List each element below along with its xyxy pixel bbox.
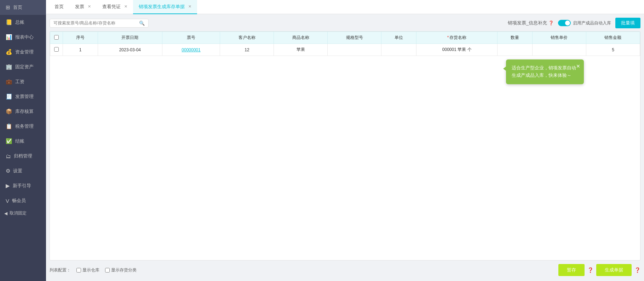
- th-customer: 客户名称: [220, 32, 274, 44]
- row-customer: 12: [220, 44, 274, 56]
- tab-home-label: 首页: [54, 4, 64, 10]
- th-amount: 销售金额: [586, 32, 640, 44]
- th-spec: 规格型号: [328, 32, 381, 44]
- ticket-no-link[interactable]: 00000001: [182, 47, 200, 52]
- settlement-icon: ✅: [6, 138, 12, 144]
- bottom-bar-right: 暂存 ❓ 生成单据 ❓: [558, 264, 640, 276]
- tab-home[interactable]: 首页: [49, 0, 69, 14]
- fixed-assets-icon: 🏢: [6, 64, 12, 70]
- sidebar-item-settlement[interactable]: ✅ 结账: [0, 134, 46, 149]
- invoice-mgmt-icon: 🧾: [6, 93, 12, 100]
- tab-voucher-label: 查看凭证: [102, 4, 121, 10]
- toggle-label: 启用产成品自动入库: [573, 20, 611, 26]
- settings-icon: ⚙: [6, 168, 10, 174]
- archive-icon: 🗂: [6, 153, 11, 159]
- th-ticket-no: 票号: [162, 32, 220, 44]
- tab-bar: 首页 发票 ✕ 查看凭证 ✕ 销项发票生成库存单据 ✕: [46, 0, 644, 14]
- sidebar: ⊞ 首页 📒 总账 📊 报表中心 💰 资金管理 🏢 固定资产 💼 工资 🧾 发票…: [0, 0, 46, 281]
- generate-button[interactable]: 生成单据: [596, 264, 632, 276]
- th-product: 商品名称: [274, 32, 328, 44]
- sidebar-item-label: 归档管理: [14, 153, 32, 159]
- payroll-icon: 💼: [6, 79, 12, 85]
- sidebar-item-payroll[interactable]: 💼 工资: [0, 74, 46, 89]
- info-label: 销项发票_信息补充 ❓: [508, 20, 554, 26]
- sidebar-item-guide[interactable]: ▶ 新手引导: [0, 178, 46, 193]
- show-category-text: 显示存货分类: [111, 267, 137, 273]
- row-count: [497, 44, 532, 56]
- required-star: *: [447, 35, 449, 40]
- sidebar-item-funds[interactable]: 💰 资金管理: [0, 45, 46, 59]
- tab-voucher[interactable]: 查看凭证 ✕: [97, 0, 133, 14]
- vip-icon: V: [6, 198, 9, 204]
- search-box[interactable]: 🔍: [50, 19, 149, 28]
- save-button[interactable]: 暂存: [558, 264, 585, 276]
- info-icon[interactable]: ❓: [548, 21, 554, 25]
- th-unit-price: 销售单价: [532, 32, 586, 44]
- row-seq: 1: [63, 44, 98, 56]
- th-date: 开票日期: [98, 32, 162, 44]
- tab-current-close[interactable]: ✕: [188, 4, 191, 9]
- undo-pin-bar[interactable]: ◀ 取消固定: [0, 208, 46, 218]
- sidebar-item-fixed-assets[interactable]: 🏢 固定资产: [0, 59, 46, 74]
- row-inventory: 000001 苹果 个: [416, 44, 497, 56]
- sidebar-item-label: 库存核算: [15, 108, 34, 115]
- tooltip-close-button[interactable]: ✕: [576, 62, 580, 70]
- select-all-checkbox[interactable]: [54, 35, 59, 40]
- show-warehouse-label[interactable]: 显示仓库: [76, 267, 99, 273]
- sidebar-item-label: 税务管理: [15, 123, 34, 130]
- tax-icon: 📋: [6, 123, 12, 130]
- sidebar-item-vip[interactable]: V 畅会员: [0, 193, 46, 208]
- tab-current-label: 销项发票生成库存单据: [139, 4, 185, 10]
- sidebar-item-tax[interactable]: 📋 税务管理: [0, 119, 46, 134]
- table-row: 1 2023-03-04 00000001 12 苹果 000001 苹果 个 …: [50, 44, 640, 56]
- row-product: 苹果: [274, 44, 328, 56]
- sidebar-item-ledger[interactable]: 📒 总账: [0, 15, 46, 30]
- tab-invoice-label: 发票: [75, 4, 84, 10]
- inventory-icon: 📦: [6, 108, 12, 115]
- row-unit-price: [532, 44, 586, 56]
- sidebar-item-label: 报表中心: [15, 34, 34, 40]
- row-checkbox[interactable]: [54, 47, 59, 52]
- batch-fill-button[interactable]: 批量填: [615, 18, 640, 28]
- sidebar-item-invoice-mgmt[interactable]: 🧾 发票管理: [0, 89, 46, 104]
- show-category-checkbox[interactable]: [105, 268, 110, 273]
- save-help-icon[interactable]: ❓: [587, 267, 593, 273]
- toolbar-right: 销项发票_信息补充 ❓ 启用产成品自动入库 批量填: [508, 18, 640, 28]
- row-ticket-no[interactable]: 00000001: [162, 44, 220, 56]
- search-input[interactable]: [53, 21, 137, 25]
- th-seq: 序号: [63, 32, 98, 44]
- sidebar-item-label: 总账: [15, 19, 24, 25]
- th-unit: 单位: [381, 32, 416, 44]
- main-area: 首页 发票 ✕ 查看凭证 ✕ 销项发票生成库存单据 ✕ 🔍 销项发票_信息补充: [46, 0, 644, 281]
- home-icon: ⊞: [6, 4, 10, 11]
- row-checkbox-cell: [50, 44, 63, 56]
- ledger-icon: 📒: [6, 19, 12, 25]
- tab-invoice-close[interactable]: ✕: [88, 4, 91, 9]
- show-category-label[interactable]: 显示存货分类: [105, 267, 137, 273]
- row-spec: [328, 44, 381, 56]
- sidebar-item-archive[interactable]: 🗂 归档管理: [0, 149, 46, 164]
- auto-warehouse-toggle[interactable]: [558, 20, 571, 26]
- show-warehouse-checkbox[interactable]: [76, 268, 81, 273]
- bottom-bar: 列表配置： 显示仓库 显示存货分类 暂存 ❓ 生成单据 ❓: [50, 260, 640, 277]
- content-area: 🔍 销项发票_信息补充 ❓ 启用产成品自动入库 批量填: [46, 14, 644, 281]
- sidebar-item-reports[interactable]: 📊 报表中心: [0, 30, 46, 45]
- tab-current[interactable]: 销项发票生成库存单据 ✕: [133, 0, 197, 14]
- generate-help-icon[interactable]: ❓: [634, 267, 640, 273]
- funds-icon: 💰: [6, 49, 12, 55]
- tab-voucher-close[interactable]: ✕: [124, 4, 127, 9]
- guide-icon: ▶: [6, 183, 10, 189]
- search-icon: 🔍: [139, 21, 145, 26]
- undo-pin-label: 取消固定: [10, 210, 27, 216]
- row-unit: [381, 44, 416, 56]
- sidebar-item-label: 工资: [15, 79, 24, 85]
- sidebar-item-home[interactable]: ⊞ 首页: [0, 0, 46, 15]
- tab-invoice[interactable]: 发票 ✕: [69, 0, 97, 14]
- info-label-text: 销项发票_信息补充: [508, 20, 547, 26]
- undo-arrow-icon: ◀: [4, 211, 7, 216]
- sidebar-item-settings[interactable]: ⚙ 设置: [0, 164, 46, 178]
- tooltip-popup: ✕ 适合生产型企业，销项发票自动生成产成品入库，快来体验～: [506, 59, 584, 84]
- sidebar-item-label: 发票管理: [15, 93, 34, 100]
- sidebar-item-inventory[interactable]: 📦 库存核算: [0, 104, 46, 119]
- toolbar: 🔍 销项发票_信息补充 ❓ 启用产成品自动入库 批量填: [50, 18, 640, 28]
